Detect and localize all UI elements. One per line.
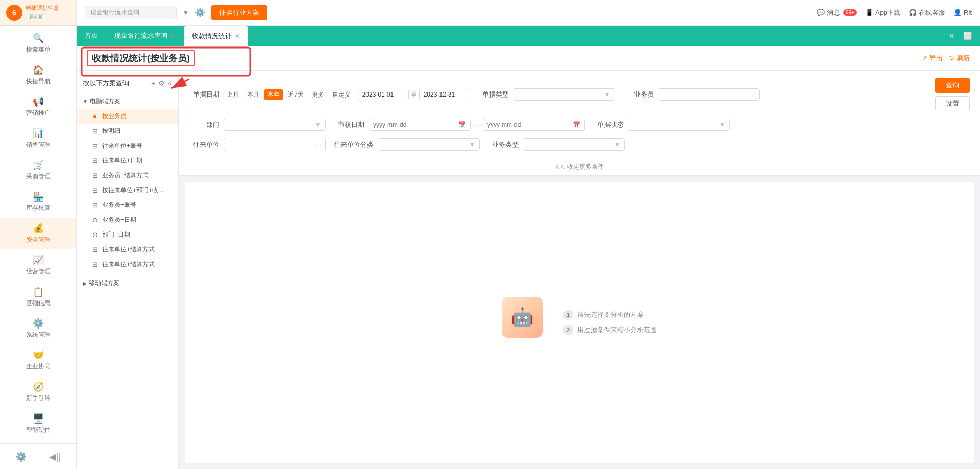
- collapse-sidebar-btn[interactable]: ◀‖: [49, 451, 61, 462]
- scheme-unit-account[interactable]: ⊟ 往来单位+账号: [77, 138, 178, 153]
- date-btn-this-month[interactable]: 本月: [244, 89, 262, 100]
- tab-receipt-close[interactable]: ✕: [235, 33, 240, 40]
- salesperson-settle-label: 业务员+结算方式: [102, 171, 149, 180]
- mobile-group-title[interactable]: ▶ 移动端方案: [77, 276, 178, 291]
- transaction-unit-more[interactable]: ···: [315, 140, 321, 149]
- salesperson-select[interactable]: ···: [658, 88, 760, 101]
- tab-receipt[interactable]: 收款情况统计 ✕: [184, 26, 248, 46]
- step-1-text: 请先选择要分析的方案: [577, 310, 644, 319]
- scheme-unit-dept-collect[interactable]: ⊟ 按往来单位+部门+收...: [77, 183, 178, 198]
- scheme-salesperson-settle[interactable]: ⊞ 业务员+结算方式: [77, 168, 178, 183]
- transaction-unit-input[interactable]: [228, 141, 313, 148]
- tab-home[interactable]: 首页: [77, 26, 106, 46]
- audit-start-input[interactable]: [373, 121, 456, 128]
- salesperson-input[interactable]: [663, 91, 748, 98]
- dept-select[interactable]: ▼: [224, 119, 326, 131]
- collapse-bar[interactable]: ∧∧ 收起更多条件: [189, 158, 970, 175]
- audit-end-input[interactable]: [487, 121, 571, 128]
- sidebar-item-quick-nav[interactable]: 🏠 快捷导航: [0, 59, 76, 91]
- messages-btn[interactable]: 💬 消息 99+: [817, 8, 857, 17]
- doctype-input[interactable]: [518, 91, 602, 98]
- guide-icon: 🧭: [33, 381, 44, 392]
- doc-status-select[interactable]: ▼: [628, 119, 730, 131]
- online-support-label: 在线客服: [919, 8, 945, 17]
- desktop-group-label: 电脑端方案: [90, 97, 120, 106]
- sidebar-item-enterprise[interactable]: 🤝 企业协同: [0, 344, 76, 376]
- scheme-unit-settle1[interactable]: ⊞ 往来单位+结算方式: [77, 242, 178, 257]
- date-end-input[interactable]: [419, 89, 470, 100]
- audit-date-end-box[interactable]: 📅: [483, 119, 585, 131]
- transaction-unit-input-box[interactable]: ···: [224, 138, 326, 151]
- tab-bank[interactable]: 现金银行流水查询 ✕: [106, 26, 184, 46]
- desktop-group-title[interactable]: ▼ 电脑端方案: [77, 94, 178, 109]
- sidebar-item-finance[interactable]: 💰 资金管理: [0, 218, 76, 249]
- sidebar-item-purchase[interactable]: 🛒 采购管理: [0, 154, 76, 186]
- sidebar-item-search[interactable]: 🔍 搜索菜单: [0, 28, 76, 59]
- scheme-salesperson-date[interactable]: ⊙ 业务员+日期: [77, 213, 178, 227]
- dept-dropdown-icon: ▼: [315, 121, 321, 128]
- biz-type-label: 业务类型: [488, 140, 519, 149]
- settings-button[interactable]: 设置: [935, 96, 970, 111]
- salesperson-more-icon[interactable]: ···: [750, 91, 755, 98]
- scheme-settings-btn[interactable]: ⚙: [158, 79, 165, 87]
- transaction-category-field: 往来单位分类 ▼: [334, 138, 480, 151]
- user-icon: 👤: [953, 9, 962, 16]
- sidebar-item-sales-label: 销售管理: [26, 140, 51, 149]
- sidebar-item-inventory[interactable]: 🏪 库存核算: [0, 186, 76, 218]
- date-btn-this-year[interactable]: 本年: [264, 89, 283, 100]
- system-icon: ⚙️: [33, 318, 44, 329]
- user-name: Rit: [964, 9, 972, 16]
- biz-type-select[interactable]: ▼: [523, 138, 625, 151]
- settings-footer-btn[interactable]: ⚙️: [15, 451, 27, 462]
- sidebar-item-guide-label: 新手引导: [26, 394, 51, 403]
- query-button[interactable]: 查询: [935, 78, 970, 93]
- export-button[interactable]: ↗ 导出: [922, 54, 943, 63]
- dept-input[interactable]: [228, 121, 313, 128]
- unit-account-label: 往来单位+账号: [102, 142, 142, 150]
- sidebar-item-system[interactable]: ⚙️ 系统管理: [0, 313, 76, 344]
- date-btn-last7[interactable]: 近7天: [285, 89, 307, 100]
- scheme-unit-settle2[interactable]: ⊟ 往来单位+结算方式: [77, 257, 178, 272]
- topbar-dropdown-icon[interactable]: ▼: [183, 9, 189, 16]
- date-btn-last-month[interactable]: 上月: [224, 89, 242, 100]
- sidebar-item-hardware[interactable]: 🖥️ 智能硬件: [0, 408, 76, 439]
- transaction-category-select[interactable]: ▼: [378, 138, 480, 151]
- scheme-salesperson-account[interactable]: ⊟ 业务员+账号: [77, 198, 178, 213]
- app-download-btn[interactable]: 📱 App下载: [865, 8, 900, 17]
- trial-button[interactable]: 体验行业方案: [211, 5, 267, 20]
- sidebar-item-operation[interactable]: 📈 经营管理: [0, 249, 76, 281]
- sidebar-item-wechat[interactable]: 💬 企业微信: [0, 439, 76, 443]
- tab-bank-close[interactable]: ✕: [170, 32, 176, 39]
- dept-date-label: 部门+日期: [102, 230, 130, 239]
- online-support-btn[interactable]: 🎧 在线客服: [909, 8, 945, 17]
- doctype-select[interactable]: ▼: [513, 88, 615, 101]
- topbar-gear-icon[interactable]: ⚙️: [195, 8, 205, 17]
- tab-maximize-btn[interactable]: ⬜: [961, 30, 974, 42]
- user-avatar[interactable]: 👤 Rit: [953, 9, 972, 16]
- messages-label: 消息: [827, 8, 840, 17]
- scheme-by-salesperson[interactable]: ● 按业务员: [77, 109, 178, 124]
- scheme-dept-date[interactable]: ⊙ 部门+日期: [77, 227, 178, 242]
- unit-settle1-icon: ⊞: [91, 246, 99, 253]
- doc-status-input[interactable]: [632, 121, 717, 128]
- tab-close-window-btn[interactable]: ✕: [947, 30, 957, 42]
- transaction-category-input[interactable]: [382, 141, 467, 148]
- sidebar-item-sales[interactable]: 📊 销售管理: [0, 123, 76, 154]
- sidebar-item-search-label: 搜索菜单: [26, 45, 51, 54]
- collapse-panel-btn[interactable]: «: [168, 79, 172, 87]
- refresh-button[interactable]: ↻ 刷新: [949, 54, 970, 63]
- calendar-start-icon[interactable]: 📅: [458, 121, 466, 128]
- date-btn-more[interactable]: 更多: [309, 89, 327, 100]
- scheme-unit-date[interactable]: ⊟ 往来单位+日期: [77, 153, 178, 168]
- sidebar-item-guide[interactable]: 🧭 新手引导: [0, 376, 76, 408]
- date-label: 单据日期: [189, 90, 219, 99]
- calendar-end-icon[interactable]: 📅: [573, 121, 580, 128]
- date-btn-custom[interactable]: 自定义: [329, 89, 354, 100]
- sidebar-item-marketing[interactable]: 📢 营销推广: [0, 91, 76, 123]
- add-scheme-btn[interactable]: +: [151, 79, 155, 87]
- audit-date-start-box[interactable]: 📅: [369, 119, 471, 131]
- date-start-input[interactable]: [358, 89, 409, 100]
- scheme-by-detail[interactable]: ⊞ 按明细: [77, 124, 178, 138]
- biz-type-input[interactable]: [527, 141, 612, 148]
- sidebar-item-basic[interactable]: 📋 基础信息: [0, 281, 76, 313]
